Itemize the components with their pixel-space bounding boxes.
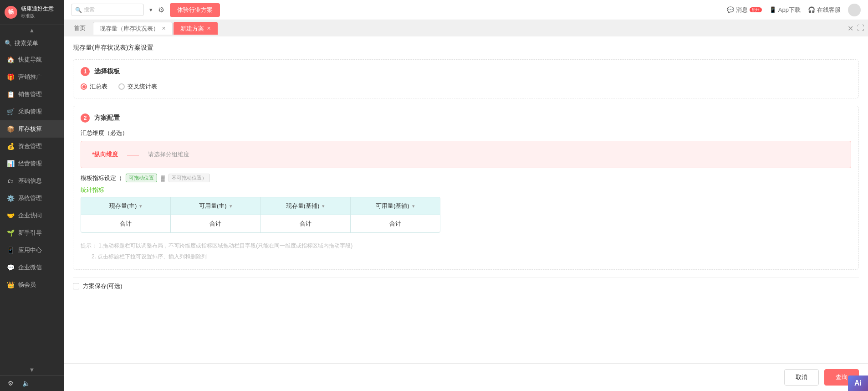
cart-icon: 🛒: [6, 108, 15, 116]
sidebar-search[interactable]: 🔍 搜索菜单: [0, 36, 64, 51]
stats-header-existing-main[interactable]: 现存量(主) ▾: [81, 197, 171, 215]
app-name: 畅康通好生意: [21, 5, 54, 13]
sidebar-item-operations[interactable]: 📊 经营管理: [0, 155, 64, 172]
wechat-icon: 💬: [6, 263, 15, 272]
template-cross-option[interactable]: 交叉统计表: [118, 82, 157, 91]
hints-box: 提示： 1.拖动标题栏可以调整布局，不可跨维度或指标区域拖动栏目字段(只能在同一…: [81, 240, 851, 262]
settings-icon[interactable]: ⚙: [6, 379, 15, 387]
stats-cell-3: 合计: [261, 215, 351, 232]
stats-header-available-aux[interactable]: 可用量(基辅) ▾: [351, 197, 440, 215]
sidebar-item-appcenter[interactable]: 📱 应用中心: [0, 242, 64, 259]
trial-button[interactable]: 体验行业方案: [170, 3, 220, 17]
tab-close-inventory[interactable]: ✕: [162, 26, 166, 31]
dim-placeholder[interactable]: 请选择分组维度: [148, 150, 189, 159]
dimension-required-box: *纵向维度 —— 请选择分组维度: [81, 141, 851, 168]
sidebar-item-contract[interactable]: 🤝 企业协同: [0, 207, 64, 224]
sidebar: 畅 畅康通好生意 标准版 ▲ 🔍 搜索菜单 🏠 快捷导航 🎁 营销推广 📋 销售…: [0, 0, 64, 391]
topbar-gear-icon[interactable]: ⚙: [158, 5, 164, 14]
save-option: 方案保存(可选): [73, 277, 859, 295]
tab-home[interactable]: 首页: [67, 22, 92, 35]
chevron-down-icon-3[interactable]: ▾: [322, 203, 325, 209]
radio-summary[interactable]: [81, 83, 87, 90]
tab-bar: 首页 现存量（库存状况表） ✕ 新建方案 ✕ ✕ ⛶: [64, 20, 868, 36]
handshake-icon: 🤝: [6, 211, 15, 220]
ai-badge[interactable]: Ai: [848, 376, 868, 391]
stats-header-existing-aux[interactable]: 现存量(基辅) ▾: [261, 197, 351, 215]
volume-icon[interactable]: 🔈: [22, 379, 30, 387]
sidebar-item-wechat[interactable]: 💬 企业微信: [0, 259, 64, 276]
save-checkbox[interactable]: [73, 283, 79, 289]
draggable-badge: 可拖动位置: [126, 174, 157, 182]
template-summary-option[interactable]: 汇总表: [81, 82, 107, 91]
system-icon: ⚙️: [6, 194, 15, 202]
stats-header-available-main[interactable]: 可用量(主) ▾: [171, 197, 260, 215]
messages-badge: 99+: [750, 7, 762, 12]
tab-close-newplan[interactable]: ✕: [207, 26, 211, 31]
dimension-section-label: 汇总维度（必选）: [81, 129, 851, 137]
chevron-down-icon-4[interactable]: ▾: [412, 203, 415, 209]
sidebar-item-sales[interactable]: 📋 销售管理: [0, 86, 64, 103]
tab-close-btn[interactable]: ✕: [848, 24, 853, 33]
tab-inventory-status[interactable]: 现存量（库存状况表） ✕: [93, 22, 173, 35]
stats-cell-2: 合计: [171, 215, 260, 232]
sidebar-item-marketing[interactable]: 🎁 营销推广: [0, 68, 64, 86]
headset-icon: 🎧: [808, 6, 815, 13]
vertical-dim-label: *纵向维度: [92, 150, 118, 159]
sidebar-scroll-down[interactable]: ▼: [0, 365, 64, 375]
stats-header-row: 现存量(主) ▾ 可用量(主) ▾ 现存量(基辅) ▾: [81, 197, 440, 215]
content-area: 现存量(库存状况表)方案设置 1 选择模板 汇总表 交叉统计表 2: [64, 36, 868, 363]
step1-badge: 1: [81, 67, 90, 76]
sidebar-nav: 🏠 快捷导航 🎁 营销推广 📋 销售管理 🛒 采购管理 📦 库存核算 💰 资金管…: [0, 51, 64, 365]
sidebar-item-purchase[interactable]: 🛒 采购管理: [0, 103, 64, 120]
tab-new-plan[interactable]: 新建方案 ✕: [174, 22, 218, 35]
indicator-separator: ▓: [161, 175, 165, 181]
indicator-settings: 模板指标设定（ 可拖动位置 ▓ 不可拖动位置） 统计指标 现存量(主) ▾: [81, 174, 851, 262]
chevron-down-icon-2[interactable]: ▾: [230, 203, 232, 209]
sales-icon: 📋: [6, 90, 15, 98]
indicator-label: 模板指标设定（ 可拖动位置 ▓ 不可拖动位置）: [81, 174, 851, 182]
tab-expand-btn[interactable]: ⛶: [857, 24, 864, 33]
sidebar-item-shortcut[interactable]: 🏠 快捷导航: [0, 51, 64, 68]
stats-title: 统计指标: [81, 186, 851, 194]
guide-icon: 🌱: [6, 229, 15, 237]
dim-separator: ——: [127, 151, 139, 158]
home-icon: 🏠: [6, 56, 15, 64]
app-download-action[interactable]: 📱 App下载: [769, 6, 801, 14]
sidebar-item-inventory[interactable]: 📦 库存核算: [0, 120, 64, 138]
sidebar-item-system[interactable]: ⚙️ 系统管理: [0, 190, 64, 207]
stats-table: 现存量(主) ▾ 可用量(主) ▾ 现存量(基辅) ▾: [81, 197, 440, 233]
cancel-button[interactable]: 取消: [784, 369, 819, 386]
step1-section: 1 选择模板 汇总表 交叉统计表: [73, 59, 859, 98]
sidebar-scroll-up[interactable]: ▲: [0, 25, 64, 36]
stats-cell-4: 合计: [351, 215, 440, 232]
template-options: 汇总表 交叉统计表: [81, 82, 851, 91]
logo-icon: 畅: [5, 6, 17, 19]
customer-service-action[interactable]: 🎧 在线客服: [808, 6, 841, 14]
step1-title: 选择模板: [94, 67, 120, 76]
stats-cell-1: 合计: [81, 215, 171, 232]
app-edition: 标准版: [21, 13, 54, 19]
chevron-down-icon[interactable]: ▾: [139, 203, 142, 209]
topbar-search[interactable]: 🔍 搜索: [71, 4, 144, 16]
topbar-dropdown[interactable]: ▾: [149, 6, 153, 13]
sidebar-item-basic[interactable]: 🗂 基础信息: [0, 172, 64, 190]
messages-action[interactable]: 💬 消息 99+: [727, 6, 762, 14]
sidebar-item-finance[interactable]: 💰 资金管理: [0, 138, 64, 155]
finance-icon: 💰: [6, 142, 15, 150]
non-draggable-badge: 不可拖动位置）: [168, 174, 210, 182]
user-avatar[interactable]: [848, 4, 861, 16]
stats-section: 统计指标 现存量(主) ▾ 可用量(主) ▾: [81, 186, 851, 233]
crown-icon: 👑: [6, 281, 15, 289]
main-area: 🔍 搜索 ▾ ⚙ 体验行业方案 💬 消息 99+ 📱 App下载 🎧 在线客服: [64, 0, 868, 391]
step2-badge: 2: [81, 113, 90, 123]
sidebar-item-newguide[interactable]: 🌱 新手引导: [0, 224, 64, 242]
download-icon: 📱: [769, 6, 776, 13]
gift-icon: 🎁: [6, 73, 15, 81]
app-logo: 畅 畅康通好生意 标准版: [0, 0, 64, 25]
sidebar-item-member[interactable]: 👑 畅会员: [0, 276, 64, 293]
page-title: 现存量(库存状况表)方案设置: [73, 44, 859, 52]
radio-cross[interactable]: [118, 83, 125, 90]
sidebar-footer: ⚙ 🔈: [0, 375, 64, 391]
topbar-search-placeholder: 搜索: [84, 6, 95, 14]
inventory-icon: 📦: [6, 125, 15, 133]
